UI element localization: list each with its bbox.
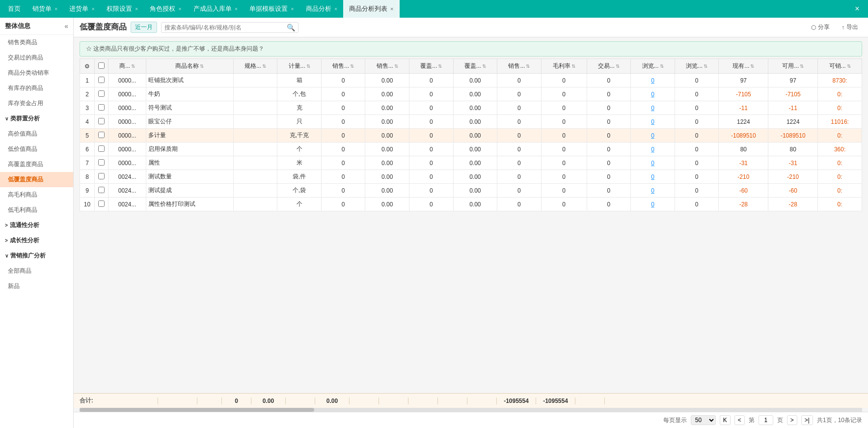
sidebar-item-all-goods[interactable]: 全部商品 [0,263,73,279]
select-all-checkbox[interactable] [98,62,105,69]
col-coverage1[interactable]: 覆盖...⇅ [409,59,453,74]
nav-home[interactable]: 首页 [2,0,27,18]
col-browse1[interactable]: 浏览...⇅ [631,59,675,74]
nav-purchase[interactable]: 进货单 × [63,0,100,18]
sidebar-item-stocked-goods[interactable]: 有库存的商品 [0,81,73,96]
sidebar-item-low-margin[interactable]: 低毛利商品 [0,202,73,218]
sidebar-item-low-coverage[interactable]: 低覆盖度商品 [0,172,73,187]
row-saleable: 360: [818,143,862,156]
search-input[interactable] [164,24,287,31]
col-sales-amt[interactable]: 销售...⇅ [365,59,409,74]
row-checkbox[interactable] [95,87,108,101]
col-browse2[interactable]: 浏览...⇅ [675,59,719,74]
col-name[interactable]: 商品名称⇅ [146,59,233,74]
nav-purchase-close[interactable]: × [91,6,94,12]
col-sales-qty[interactable]: 销售...⇅ [321,59,365,74]
share-btn[interactable]: ⬡ 分享 [807,22,834,33]
row-sales-qty: 0 [321,87,365,101]
sidebar-item-new-goods[interactable]: 新品 [0,279,73,294]
col-checkbox[interactable] [95,59,108,74]
nav-sales-close[interactable]: × [54,6,57,12]
nav-roles[interactable]: 角色授权 × [144,0,187,18]
nav-template-close[interactable]: × [291,6,294,12]
sidebar-collapse-btn[interactable]: « [64,22,68,30]
row-sales-day: 0 [497,184,542,198]
col-settings[interactable]: ⚙ [80,59,95,74]
nav-analysis-close[interactable]: × [334,6,337,12]
row-browse1[interactable]: 0 [631,198,675,211]
sidebar-item-sales-goods[interactable]: 销售类商品 [0,35,73,50]
row-browse2: 0 [675,87,719,101]
row-checkbox[interactable] [95,129,108,143]
sidebar-item-traded-goods[interactable]: 交易过的商品 [0,50,73,65]
page-size-select[interactable]: 50 20 100 200 [691,415,716,425]
row-checkbox[interactable] [95,198,108,211]
export-btn[interactable]: ↑ 导出 [838,22,862,33]
next-page-btn[interactable]: > [787,415,797,425]
col-unit[interactable]: 计量...⇅ [277,59,322,74]
row-browse1[interactable]: 0 [631,170,675,184]
sidebar-section-category[interactable]: ∨ 类群置分析 [0,111,73,126]
row-code: 0000... [108,143,146,156]
footer-current: -1095554 [497,398,536,404]
col-coverage2[interactable]: 覆盖...⇅ [453,59,497,74]
row-checkbox[interactable] [95,115,108,129]
row-code: 0000... [108,101,146,115]
row-browse1[interactable]: 0 [631,115,675,129]
sidebar-item-stock-capital[interactable]: 库存资金占用 [0,96,73,111]
sidebar-item-high-value[interactable]: 高价值商品 [0,126,73,142]
nav-template[interactable]: 单据模板设置 × [244,0,299,18]
nav-roles-close[interactable]: × [178,6,181,12]
nav-permissions-close[interactable]: × [135,6,138,12]
row-browse1[interactable]: 0 [631,156,675,170]
row-name: 启用保质期 [146,143,233,156]
sidebar-item-low-value[interactable]: 低价值商品 [0,142,73,157]
sidebar-item-category-turnover[interactable]: 商品分类动销率 [0,65,73,81]
prev-page-btn[interactable]: < [734,415,745,425]
row-checkbox[interactable] [95,101,108,115]
row-checkbox[interactable] [95,156,108,170]
col-current-stock[interactable]: 现有...⇅ [719,59,768,74]
last-page-btn[interactable]: >| [801,415,813,425]
col-gross-rate[interactable]: 毛利率⇅ [541,59,587,74]
nav-production[interactable]: 产成品入库单 × [188,0,244,18]
sidebar-item-high-coverage[interactable]: 高覆盖度商品 [0,157,73,172]
sidebar-item-high-margin[interactable]: 高毛利商品 [0,187,73,202]
row-cov2: 0.00 [453,115,497,129]
col-spec[interactable]: 规格...⇅ [233,59,277,74]
nav-permissions[interactable]: 权限设置 × [101,0,144,18]
window-close-button[interactable]: × [848,0,866,18]
col-saleable[interactable]: 可销...⇅ [818,59,862,74]
nav-analysis[interactable]: 商品分析 × [300,0,343,18]
nav-production-close[interactable]: × [235,6,238,12]
col-code[interactable]: 商...⇅ [108,59,146,74]
nav-analysis-list[interactable]: 商品分析列表 × [343,0,399,18]
row-browse1[interactable]: 0 [631,184,675,198]
row-browse1[interactable]: 0 [631,87,675,101]
row-browse1[interactable]: 0 [631,74,675,87]
row-checkbox[interactable] [95,170,108,184]
col-trade[interactable]: 交易...⇅ [587,59,631,74]
search-icon[interactable]: 🔍 [287,24,295,31]
col-sales-day[interactable]: 销售...⇅ [497,59,542,74]
row-sales-day: 0 [497,115,542,129]
first-page-btn[interactable]: K [720,415,731,425]
sidebar-section-growth[interactable]: > 成长性分析 [0,233,73,248]
table-container[interactable]: ⚙ 商...⇅ 商品名称⇅ 规格...⇅ 计量...⇅ 销售...⇅ 销售...… [74,58,868,393]
nav-analysis-list-close[interactable]: × [390,6,393,12]
row-browse1[interactable]: 0 [631,101,675,115]
row-checkbox[interactable] [95,184,108,198]
page-number-input[interactable] [759,415,773,425]
page-word: 页 [777,416,783,425]
sidebar-section-flow[interactable]: > 流通性分析 [0,218,73,233]
row-browse1[interactable]: 0 [631,143,675,156]
col-available-stock[interactable]: 可用...⇅ [768,59,818,74]
row-sales-day: 0 [497,87,542,101]
nav-sales[interactable]: 销货单 × [27,0,63,18]
row-checkbox[interactable] [95,74,108,87]
row-browse1[interactable]: 0 [631,129,675,143]
row-available-stock: -210 [768,170,818,184]
sidebar-section-marketing[interactable]: ∨ 营销推广分析 [0,248,73,263]
filter-recent-month-btn[interactable]: 近一月 [131,22,157,33]
row-checkbox[interactable] [95,143,108,156]
